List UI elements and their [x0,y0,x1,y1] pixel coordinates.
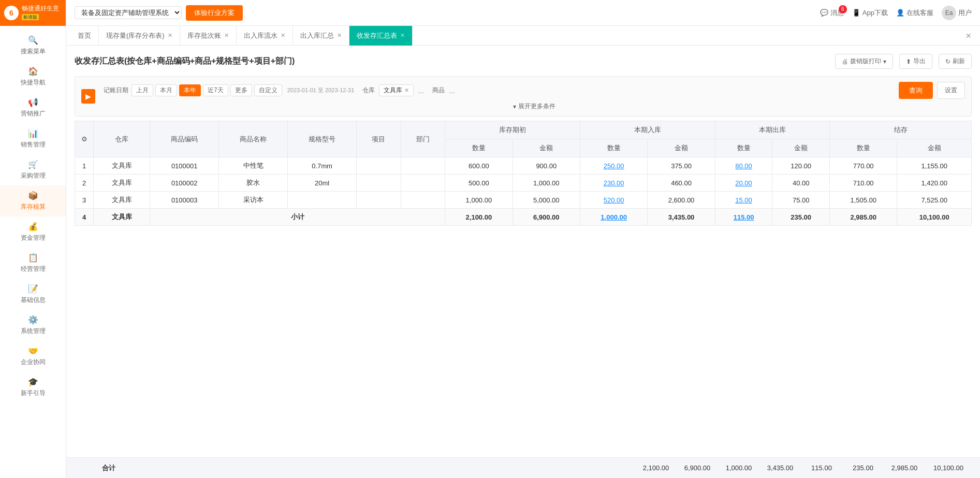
td-seq: 2 [75,175,94,192]
td-open-amt: 1,000.00 [513,175,580,192]
sidebar-item-label: 系统管理 [21,327,46,336]
bottom-close-amt: 10,100.00 [925,464,972,472]
table-container: ⚙ 仓库 商品编码 商品名称 规格型号 项目 部门 库存期初 本期入库 本期出库 [75,121,972,226]
td-name: 中性笔 [219,157,288,175]
sidebar-item-label: 新手引导 [21,389,46,398]
tab-inventory-dist[interactable]: 现存量(库存分布表)✕ [99,26,180,46]
td-dept [401,175,445,192]
tab-close-icon[interactable]: ✕ [400,32,405,39]
expand-icon: ▾ [513,103,516,110]
table-row: 2 文具库 0100002 胶水 20ml 500.00 1,000.00 23… [75,175,972,192]
date-pill-近7天[interactable]: 近7天 [203,84,228,96]
filter-toggle-button[interactable]: ▶ [81,89,95,104]
query-button[interactable]: 查询 [899,82,933,99]
sidebar: 6 畅捷通好生意 标准版 🔍搜索菜单🏠快捷导航📢营销推广📊销售管理🛒采购管理📦库… [0,0,66,478]
date-pill-本年[interactable]: 本年 [179,84,201,96]
bottom-total-label: 合计 [93,463,124,473]
refresh-button[interactable]: ↻ 刷新 [939,54,972,69]
td-out-amt: 75.00 [772,192,830,209]
td-warehouse: 文具库 [94,209,150,226]
page-title-bar: 收发存汇总表(按仓库+商品编码+商品+规格型号+项目+部门) 🖨 拨销版打印 ▾… [75,54,972,69]
export-icon: ⬆ [906,58,911,65]
sidebar-item-purchase[interactable]: 🛒采购管理 [0,154,66,185]
tab-home[interactable]: 首页 [70,26,99,46]
print-icon: 🖨 [842,58,848,65]
td-open-amt: 900.00 [513,157,580,175]
expand-button[interactable]: ▾ 展开更多条件 [513,102,555,111]
user-item[interactable]: Ea 用户 [942,6,972,20]
inventory-icon: 📦 [28,191,38,200]
sidebar-item-finance[interactable]: 💰资金管理 [0,216,66,248]
export-button[interactable]: ⬆ 导出 [899,54,932,69]
app-download-item[interactable]: 📱 App下载 [852,8,888,18]
online-service-item[interactable]: 👤 在线客服 [896,8,933,18]
settings-button[interactable]: 设置 [937,82,965,99]
date-pill-本月[interactable]: 本月 [155,84,177,96]
page-inner: 收发存汇总表(按仓库+商品编码+商品+规格型号+项目+部门) 🖨 拨销版打印 ▾… [66,46,980,457]
th-out-group: 本期出库 [715,121,829,139]
td-open-amt: 6,900.00 [513,209,580,226]
tab-inout-flow[interactable]: 出入库流水✕ [237,26,293,46]
sidebar-item-system[interactable]: ⚙️系统管理 [0,310,66,341]
bottom-in-qty: 1,000.00 [718,464,759,472]
sidebar-item-inventory[interactable]: 📦库存核算 [0,185,66,216]
table-row: 1 文具库 0100001 中性笔 0.7mm 600.00 900.00 25… [75,157,972,175]
td-in-amt: 3,435.00 [648,209,715,226]
sidebar-item-marketing[interactable]: 📢营销推广 [0,92,66,123]
date-pill-更多[interactable]: 更多 [230,84,252,96]
tab-inout-summary[interactable]: 出入库汇总✕ [293,26,349,46]
sidebar-item-label: 资金管理 [21,234,46,242]
tab-recv-send-summary[interactable]: 收发存汇总表✕ [349,26,413,46]
tab-close-icon[interactable]: ✕ [337,32,342,39]
date-pill-上月[interactable]: 上月 [131,84,153,96]
tab-close-icon[interactable]: ✕ [281,32,285,39]
sidebar-item-operations[interactable]: 📋经营管理 [0,248,66,279]
warehouse-tag-close[interactable]: ✕ [404,87,409,94]
date-pill-自定义[interactable]: 自定义 [254,84,282,96]
filter-area: ▶ 记账日期 上月本月本年近7天更多自定义 2023-01-01 至 2023-… [75,76,972,117]
td-in-amt: 460.00 [648,175,715,192]
close-tab-icon[interactable]: ✕ [961,32,976,40]
goods-dots[interactable]: ... [449,86,455,95]
bottom-open-amt: 6,900.00 [677,464,718,472]
sidebar-item-sales[interactable]: 📊销售管理 [0,123,66,154]
sidebar-item-quick-nav[interactable]: 🏠快捷导航 [0,61,66,92]
sidebar-item-label: 采购管理 [21,171,46,180]
warehouse-dots[interactable]: ... [418,86,424,95]
sidebar-nav: 🔍搜索菜单🏠快捷导航📢营销推广📊销售管理🛒采购管理📦库存核算💰资金管理📋经营管理… [0,26,66,478]
system-name-select[interactable]: 装备及固定资产辅助管理系统 [75,6,182,19]
table-row: 3 文具库 0100003 采访本 1,000.00 5,000.00 520.… [75,192,972,209]
td-open-amt: 5,000.00 [513,192,580,209]
marketing-icon: 📢 [28,97,38,107]
guide-icon: 🎓 [28,377,38,387]
td-open-qty: 2,100.00 [445,209,513,226]
sidebar-item-label: 经营管理 [21,265,46,273]
sidebar-item-guide[interactable]: 🎓新手引导 [0,372,66,403]
td-seq: 1 [75,157,94,175]
sidebar-item-basic[interactable]: 📝基础信息 [0,279,66,310]
bottom-out-qty: 115.00 [801,464,842,472]
td-open-qty: 600.00 [445,157,513,175]
tab-close-icon[interactable]: ✕ [168,32,172,39]
td-close-amt: 1,420.00 [897,175,972,192]
tab-close-icon[interactable]: ✕ [224,32,229,39]
main-content: 装备及固定资产辅助管理系统 体验行业方案 💬 消息 6 📱 App下载 👤 在线… [66,0,980,478]
trial-button[interactable]: 体验行业方案 [186,5,243,21]
sidebar-item-cooperation[interactable]: 🤝企业协同 [0,341,66,372]
message-item[interactable]: 💬 消息 6 [820,8,844,18]
bottom-open-qty: 2,100.00 [635,464,677,472]
sidebar-item-search[interactable]: 🔍搜索菜单 [0,30,66,61]
goods-filter: 商品 ... [432,86,455,95]
sidebar-item-label: 快捷导航 [21,78,46,87]
th-code: 商品编码 [150,121,219,157]
th-opening-group: 库存期初 [445,121,580,139]
th-out-amt: 金额 [772,139,830,157]
page-body: 收发存汇总表(按仓库+商品编码+商品+规格型号+项目+部门) 🖨 拨销版打印 ▾… [66,46,980,457]
print-button[interactable]: 🖨 拨销版打印 ▾ [835,54,893,69]
td-project [357,192,401,209]
tab-batch-ledger[interactable]: 库存批次账✕ [180,26,237,46]
th-close-qty: 数量 [830,139,897,157]
logo-icon: 6 [4,6,19,20]
sidebar-item-label: 营销推广 [21,109,46,118]
td-close-amt: 7,525.00 [897,192,972,209]
